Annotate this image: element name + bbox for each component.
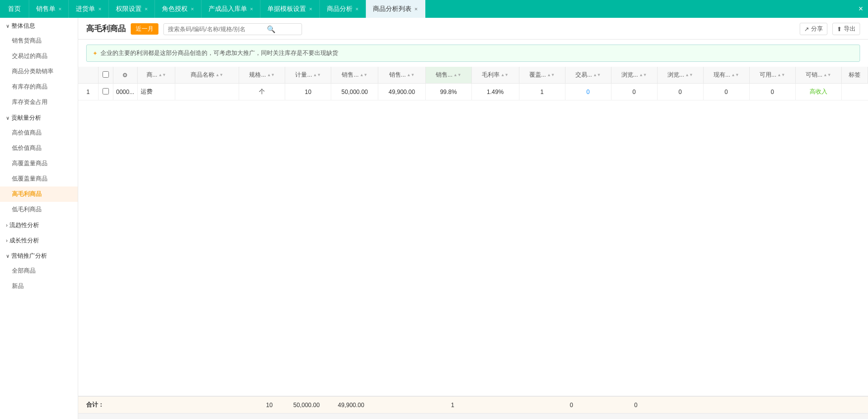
sidebar-item-high-value[interactable]: 高价值商品 xyxy=(0,125,78,140)
footer-label: 合计： xyxy=(86,401,106,409)
sidebar-item-low-margin[interactable]: 低毛利商品 xyxy=(0,202,78,217)
close-tab-7-icon[interactable]: × xyxy=(414,6,417,12)
sidebar-group-marketing-title[interactable]: ∨ 营销推广分析 xyxy=(0,248,78,263)
close-tab-1-icon[interactable]: × xyxy=(98,6,101,12)
filter-period-button[interactable]: 近一月 xyxy=(131,23,158,35)
cell-checkbox[interactable] xyxy=(98,84,113,100)
col-sale-amt2[interactable]: 销售... ▲▼ xyxy=(425,67,471,84)
cell-current-stock: 0 xyxy=(657,84,703,100)
cell-spec xyxy=(175,84,239,100)
cell-browse-count1[interactable]: 0 xyxy=(565,84,611,100)
sort-avail-stock-icon: ▲▼ xyxy=(777,73,785,77)
search-box: 🔍 xyxy=(163,23,302,35)
sidebar-item-category-rate[interactable]: 商品分类助销率 xyxy=(0,64,78,79)
close-tab-0-icon[interactable]: × xyxy=(58,6,61,12)
sort-unit-icon: ▲▼ xyxy=(313,73,321,77)
col-browse-count1[interactable]: 浏览... ▲▼ xyxy=(611,67,657,84)
sort-sale-amt-icon: ▲▼ xyxy=(407,73,415,77)
sort-gross-rate-icon: ▲▼ xyxy=(501,73,509,77)
col-spec[interactable]: 规格... ▲▼ xyxy=(239,67,285,84)
sidebar-item-low-coverage[interactable]: 低覆盖量商品 xyxy=(0,171,78,186)
sort-current-stock-icon: ▲▼ xyxy=(731,73,739,77)
data-table: ⚙ 商... ▲▼ 商品名称 ▲▼ xyxy=(78,67,868,100)
row-checkbox[interactable] xyxy=(102,88,109,94)
close-all-icon[interactable]: × xyxy=(859,4,868,13)
cell-sale-amt2: 49,900.00 xyxy=(378,84,425,100)
col-gross-rate[interactable]: 毛利率 ▲▼ xyxy=(471,67,519,84)
close-tab-2-icon[interactable]: × xyxy=(145,6,148,12)
col-checkbox[interactable] xyxy=(98,67,113,84)
sidebar-group-contribution-title[interactable]: ∨ 贡献量分析 xyxy=(0,110,78,125)
bottom-scrollbar[interactable] xyxy=(78,413,868,419)
close-tab-4-icon[interactable]: × xyxy=(250,6,253,12)
sidebar-item-low-value[interactable]: 低价值商品 xyxy=(0,140,78,156)
col-cover-rate[interactable]: 覆盖... ▲▼ xyxy=(519,67,565,84)
sidebar-item-new-goods[interactable]: 新品 xyxy=(0,279,78,294)
sort-name-icon: ▲▼ xyxy=(215,73,223,77)
footer-sale-amt: 50,000.00 xyxy=(284,402,329,409)
nav-tab-2[interactable]: 权限设置 × xyxy=(109,0,155,18)
nav-tab-0[interactable]: 销售单 × xyxy=(29,0,69,18)
sidebar-group-marketing: ∨ 营销推广分析 全部商品 新品 xyxy=(0,248,78,294)
cell-trade-count: 1 xyxy=(519,84,565,100)
search-input[interactable] xyxy=(168,26,267,33)
sidebar-group-overall: ∨ 整体信息 销售货商品 交易过的商品 商品分类助销率 有库存的商品 库存资金占… xyxy=(0,18,78,110)
sidebar-item-high-margin[interactable]: 高毛利商品 xyxy=(0,186,78,202)
nav-tab-3[interactable]: 角色授权 × xyxy=(155,0,201,18)
sidebar-group-trend-title[interactable]: › 流趋性分析 xyxy=(0,217,78,233)
sidebar-item-traded-goods[interactable]: 交易过的商品 xyxy=(0,48,78,64)
cell-code-text: 0000... xyxy=(113,84,138,100)
col-trade-count[interactable]: 交易... ▲▼ xyxy=(565,67,611,84)
nav-tab-7[interactable]: 商品分析列表 × xyxy=(366,0,425,18)
cell-unit: 个 xyxy=(239,84,285,100)
footer-values: 10 50,000.00 49,900.00 1 0 0 xyxy=(116,402,860,409)
sidebar-item-all-goods[interactable]: 全部商品 xyxy=(0,263,78,279)
nav-tab-4[interactable]: 产成品入库单 × xyxy=(202,0,260,18)
col-code[interactable]: 商... ▲▼ xyxy=(138,67,175,84)
nav-home[interactable]: 首页 xyxy=(0,0,29,18)
nav-tab-6[interactable]: 商品分析 × xyxy=(320,0,366,18)
cell-cover-rate: 1.49% xyxy=(471,84,519,100)
sidebar-group-growth-title[interactable]: › 成长性分析 xyxy=(0,233,78,248)
cell-tag: 高收入 xyxy=(795,84,841,100)
sidebar-group-growth: › 成长性分析 xyxy=(0,233,78,248)
col-browse-count2[interactable]: 浏览... ▲▼ xyxy=(657,67,703,84)
col-sale-amt[interactable]: 销售... ▲▼ xyxy=(378,67,425,84)
sort-browse2-icon: ▲▼ xyxy=(685,73,693,77)
col-name[interactable]: 商品名称 ▲▼ xyxy=(175,67,239,84)
export-button[interactable]: ⬆ 导出 xyxy=(832,23,860,35)
col-sale-stock[interactable]: 可销... ▲▼ xyxy=(795,67,841,84)
cell-sale-qty: 10 xyxy=(285,84,331,100)
table-footer: 合计： 10 50,000.00 49,900.00 1 0 0 xyxy=(78,396,868,413)
nav-tab-1[interactable]: 进货单 × xyxy=(69,0,108,18)
sidebar-group-overall-title[interactable]: ∨ 整体信息 xyxy=(0,18,78,33)
sidebar-item-stock-capital[interactable]: 库存资金占用 xyxy=(0,94,78,110)
sort-browse1-icon: ▲▼ xyxy=(639,73,647,77)
cell-sale-amt: 50,000.00 xyxy=(331,84,378,100)
sidebar-item-sale-goods[interactable]: 销售货商品 xyxy=(0,33,78,48)
sort-code-icon: ▲▼ xyxy=(158,73,166,77)
col-current-stock[interactable]: 现有... ▲▼ xyxy=(703,67,749,84)
col-sale-qty[interactable]: 销售... ▲▼ xyxy=(331,67,378,84)
sidebar-item-high-coverage[interactable]: 高覆盖量商品 xyxy=(0,156,78,171)
content-header: 高毛利商品 近一月 🔍 ↗ 分享 ⬆ 导出 xyxy=(78,18,868,40)
cell-index: 1 xyxy=(78,84,98,100)
arrow-trend-icon: › xyxy=(6,223,7,228)
close-tab-3-icon[interactable]: × xyxy=(191,6,194,12)
col-tag[interactable]: 标签 xyxy=(841,67,868,84)
select-all-checkbox[interactable] xyxy=(102,71,109,78)
sidebar-item-stock-goods[interactable]: 有库存的商品 xyxy=(0,79,78,94)
sidebar-group-trend: › 流趋性分析 xyxy=(0,217,78,233)
col-unit[interactable]: 计量... ▲▼ xyxy=(285,67,331,84)
sidebar-collapse-button[interactable]: 《 xyxy=(78,209,78,229)
content-area: 高毛利商品 近一月 🔍 ↗ 分享 ⬆ 导出 ✦ 企业的主要的利润都是这部分商品创… xyxy=(78,18,868,419)
nav-tab-5[interactable]: 单据模板设置 × xyxy=(260,0,319,18)
col-avail-stock[interactable]: 可用... ▲▼ xyxy=(749,67,795,84)
search-icon[interactable]: 🔍 xyxy=(267,25,275,33)
share-button[interactable]: ↗ 分享 xyxy=(800,23,827,35)
close-tab-6-icon[interactable]: × xyxy=(356,6,358,12)
sort-cover-rate-icon: ▲▼ xyxy=(547,73,555,77)
arrow-contribution-icon: ∨ xyxy=(6,115,9,121)
close-tab-5-icon[interactable]: × xyxy=(309,6,312,12)
col-settings[interactable]: ⚙ xyxy=(113,67,138,84)
